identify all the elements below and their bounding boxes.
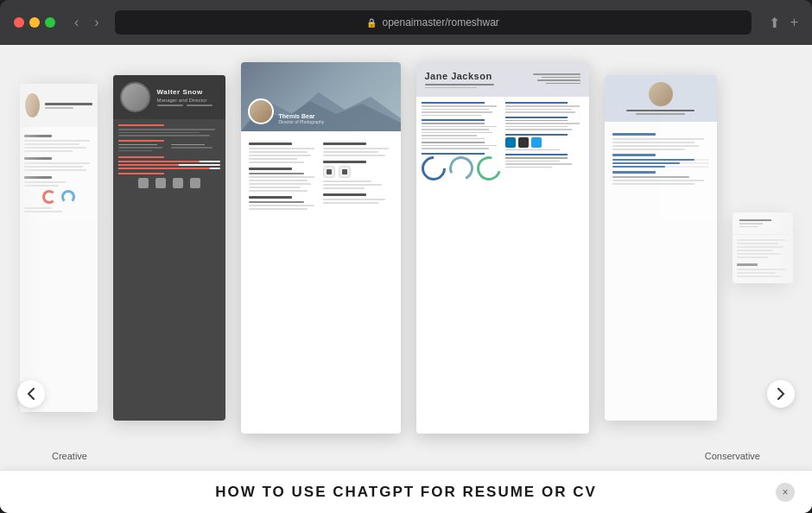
share-button[interactable]: ⬆ xyxy=(769,15,780,31)
walter-section-2 xyxy=(118,140,220,154)
card1-header xyxy=(20,84,98,127)
managesh-avatar xyxy=(649,82,673,106)
jane-info-block xyxy=(533,73,580,86)
resume-card-partial[interactable] xyxy=(733,212,793,283)
section-title-obj xyxy=(422,102,485,104)
walter-title: Manager and Director xyxy=(157,98,213,103)
walter-header: Walter Snow Manager and Director xyxy=(113,75,225,119)
last-card-header xyxy=(733,212,793,235)
bottom-banner: HOW TO USE CHATGPT FOR RESUME OR CV × xyxy=(0,470,812,513)
section-title xyxy=(24,135,52,137)
conservative-label: Conservative xyxy=(705,451,760,461)
traffic-lights xyxy=(14,17,55,28)
jane-content xyxy=(416,97,589,186)
url-bar[interactable]: 🔒 openaimaster/romeshwar xyxy=(115,10,752,35)
managesh-header xyxy=(605,75,717,122)
jane-header: Jane Jackson xyxy=(416,62,589,97)
left-chevron-icon xyxy=(27,388,35,400)
card1-content xyxy=(20,127,98,218)
donut-row xyxy=(24,190,93,204)
walter-content xyxy=(113,119,225,197)
resume-card-1[interactable] xyxy=(20,84,98,412)
resume-card-jane[interactable]: Jane Jackson xyxy=(416,62,589,434)
walter-contact xyxy=(157,104,213,106)
themis-header: Themis Bear Director of Photography xyxy=(241,62,401,131)
last-card-content xyxy=(733,235,793,283)
next-arrow[interactable] xyxy=(767,380,795,408)
banner-text: HOW TO USE CHATGPT FOR RESUME OR CV xyxy=(215,484,597,501)
minimize-traffic-light[interactable] xyxy=(29,17,40,28)
walter-avatar xyxy=(120,82,150,112)
managesh-name-line xyxy=(626,110,695,111)
resume-gallery: Walter Snow Manager and Director xyxy=(0,45,812,451)
skill-bar-3 xyxy=(118,168,220,169)
url-text: openaimaster/romeshwar xyxy=(382,16,498,28)
resume-card-managesh[interactable] xyxy=(605,75,717,421)
themis-content xyxy=(241,131,401,219)
managesh-content xyxy=(605,122,717,194)
forward-button[interactable]: › xyxy=(89,13,104,32)
prev-arrow[interactable] xyxy=(17,380,45,408)
right-chevron-icon xyxy=(777,388,785,400)
jane-name-container: Jane Jackson xyxy=(425,71,494,88)
last-header-lines xyxy=(739,219,786,227)
jane-left-col xyxy=(422,102,501,180)
title-bar: ‹ › 🔒 openaimaster/romeshwar ⬆ + xyxy=(0,0,812,45)
themis-avatar xyxy=(248,98,274,124)
themis-name-block: Themis Bear Director of Photography xyxy=(279,113,325,124)
resume-card-walter[interactable]: Walter Snow Manager and Director xyxy=(113,75,225,421)
themis-left-col xyxy=(249,139,319,212)
close-traffic-light[interactable] xyxy=(14,17,24,28)
themis-name: Themis Bear xyxy=(279,113,325,119)
back-button[interactable]: ‹ xyxy=(69,13,84,32)
walter-section-1 xyxy=(118,124,220,136)
category-labels: Creative Conservative xyxy=(0,451,812,470)
walter-icons-section xyxy=(118,173,220,188)
sub-line xyxy=(45,107,73,109)
walter-name: Walter Snow xyxy=(157,88,213,96)
fullscreen-traffic-light[interactable] xyxy=(45,17,55,28)
jane-name: Jane Jackson xyxy=(425,71,494,81)
walter-section-skills xyxy=(118,156,220,169)
skill-bar-2 xyxy=(118,164,220,166)
skill-bar-1 xyxy=(118,161,220,162)
themis-right-col xyxy=(323,139,393,212)
content-area: Walter Snow Manager and Director xyxy=(0,45,812,513)
card1-avatar xyxy=(25,93,40,117)
new-tab-button[interactable]: + xyxy=(790,15,798,31)
name-line xyxy=(45,103,92,105)
jane-right-col xyxy=(505,102,584,180)
nav-buttons: ‹ › xyxy=(69,13,105,32)
card1-name-block xyxy=(45,103,92,109)
resume-card-themis[interactable]: Themis Bear Director of Photography xyxy=(241,62,401,434)
browser-window: ‹ › 🔒 openaimaster/romeshwar ⬆ + xyxy=(0,0,812,513)
toolbar-actions: ⬆ + xyxy=(769,15,798,31)
creative-label: Creative xyxy=(52,451,87,461)
close-icon: × xyxy=(782,486,788,498)
close-banner-button[interactable]: × xyxy=(776,483,795,502)
lock-icon: 🔒 xyxy=(366,18,377,28)
walter-name-block: Walter Snow Manager and Director xyxy=(157,88,213,106)
managesh-title-line xyxy=(636,113,685,115)
